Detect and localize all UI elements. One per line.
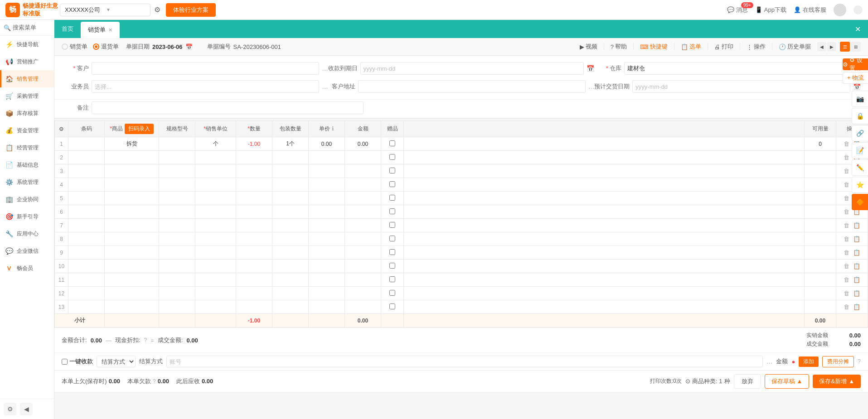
row-delete-icon[interactable]: 🗑 [844,290,849,297]
row-barcode[interactable] [68,232,105,246]
row-amount[interactable] [345,164,381,178]
customer-input[interactable] [92,62,319,75]
row-pkg-qty[interactable] [272,192,309,205]
row-amount[interactable] [345,287,381,300]
row-product[interactable] [105,232,159,246]
row-product[interactable] [105,219,159,232]
row-spec[interactable] [159,246,195,260]
avatar[interactable] [834,4,846,16]
row-product[interactable]: 拆货 [105,137,159,151]
add-payment-button[interactable]: 添加 [799,356,819,367]
row-gift[interactable] [381,219,404,232]
discard-button[interactable]: 放弃 [734,374,761,389]
row-delete-icon[interactable]: 🗑 [844,140,849,147]
row-qty[interactable] [236,219,272,232]
row-unit[interactable] [195,151,236,164]
history-button[interactable]: 🕐 历史单据 [776,42,814,52]
row-pkg-qty[interactable] [272,300,309,314]
row-product[interactable] [105,164,159,178]
remark-input[interactable] [92,101,364,114]
nav-prev-button[interactable]: ◀ [817,42,826,51]
row-amount[interactable] [345,260,381,273]
sidebar-search[interactable]: 🔍 搜索菜单 [0,20,54,36]
row-amount[interactable] [345,205,381,219]
sidebar-collapse-icon[interactable]: ◀ [20,403,33,415]
row-spec[interactable] [159,205,195,219]
row-spec[interactable] [159,273,195,287]
row-pkg-qty[interactable] [272,164,309,178]
shortcut-button[interactable]: ⌨ 快捷键 [637,42,670,52]
row-copy-icon[interactable]: 📋 [853,222,860,229]
sidebar-settings-icon[interactable]: ⚙ [4,403,16,415]
sidebar-item-member[interactable]: V 畅会员 [0,260,54,277]
row-product[interactable] [105,300,159,314]
right-panel-star-icon[interactable]: ⭐ [852,177,868,193]
row-delete-icon[interactable]: 🗑 [844,168,849,174]
row-price[interactable] [309,178,345,192]
row-qty[interactable] [236,205,272,219]
row-barcode[interactable] [68,137,105,151]
due-question-icon[interactable]: ? [153,378,156,385]
gift-checkbox[interactable] [389,195,395,201]
row-pkg-qty[interactable] [272,287,309,300]
gift-checkbox[interactable] [389,168,395,173]
row-pkg-qty[interactable] [272,246,309,260]
right-panel-link-icon[interactable]: 🔗 [852,125,868,141]
sidebar-item-quick-nav[interactable]: ⚡ 快捷导航 [0,36,54,53]
row-gift[interactable] [381,151,404,164]
row-copy-icon[interactable]: 📋 [853,290,860,297]
row-gift[interactable] [381,232,404,246]
row-barcode[interactable] [68,178,105,192]
close-window-icon[interactable]: ✕ [851,25,864,34]
product-type-radio-icon[interactable]: ⊙ [685,378,690,385]
save-new-button[interactable]: 保存&新增 ▲ [813,375,861,388]
row-qty[interactable] [236,287,272,300]
row-product[interactable] [105,192,159,205]
row-product[interactable] [105,246,159,260]
gift-checkbox[interactable] [389,303,395,309]
row-product[interactable] [105,205,159,219]
row-copy-icon[interactable]: 📋 [853,236,860,242]
row-unit[interactable] [195,178,236,192]
row-delete-icon[interactable]: 🗑 [844,154,849,161]
right-panel-photo-icon[interactable]: 📷 [852,91,868,107]
row-gift[interactable] [381,246,404,260]
save-draft-button[interactable]: 保存草稿 ▲ [765,374,810,389]
row-pkg-qty[interactable] [272,205,309,219]
gift-checkbox[interactable] [389,181,395,187]
row-price[interactable] [309,273,345,287]
one-key-pay-checkbox[interactable]: 一键收款 [62,357,93,366]
row-delete-icon[interactable]: 🗑 [844,208,849,215]
row-barcode[interactable] [68,164,105,178]
sidebar-item-operation[interactable]: 📋 经营管理 [0,139,54,156]
row-price[interactable] [309,164,345,178]
row-unit[interactable] [195,300,236,314]
row-amount[interactable] [345,232,381,246]
gift-checkbox[interactable] [389,249,395,255]
row-spec[interactable] [159,287,195,300]
row-amount[interactable]: 0.00 [345,137,381,151]
customer-addr-input[interactable] [358,80,586,93]
sidebar-item-sales[interactable]: 🏠 销售管理 [0,70,54,87]
row-amount[interactable] [345,192,381,205]
row-gift[interactable] [381,205,404,219]
avatar-2[interactable] [853,5,863,14]
row-amount[interactable] [345,300,381,314]
row-spec[interactable] [159,151,195,164]
row-spec[interactable] [159,300,195,314]
gift-checkbox[interactable] [389,236,395,241]
gift-checkbox[interactable] [389,140,395,146]
row-qty[interactable] [236,178,272,192]
right-panel-active-icon[interactable]: 🔶 [852,194,868,210]
row-gift[interactable] [381,137,404,151]
price-info-icon[interactable]: ℹ [332,125,334,132]
row-gift[interactable] [381,178,404,192]
row-copy-icon[interactable]: 📋 [853,276,860,283]
right-panel-lock-icon[interactable]: 🔒 [852,108,868,124]
row-delete-icon[interactable]: 🗑 [844,249,849,256]
row-gift[interactable] [381,300,404,314]
row-price[interactable] [309,151,345,164]
row-barcode[interactable] [68,151,105,164]
row-unit[interactable]: 个 [195,137,236,151]
add-amount-icon[interactable]: ● [791,358,795,365]
